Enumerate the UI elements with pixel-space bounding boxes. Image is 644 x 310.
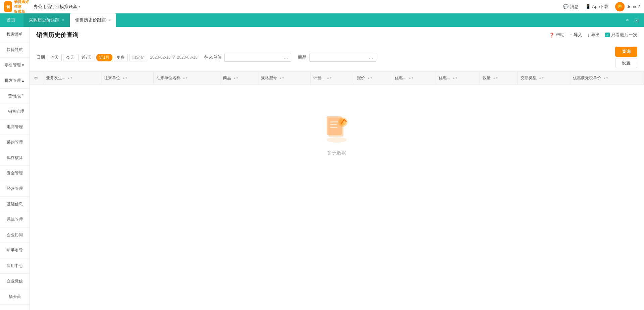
- sidebar-item-operations[interactable]: 经营管理: [0, 181, 29, 197]
- date-btn-last1m[interactable]: 近1月: [96, 54, 113, 61]
- th-quoted-price[interactable]: 报价 ▲▼: [354, 72, 392, 85]
- only-last-checkbox[interactable]: ✓: [605, 33, 610, 37]
- product-dots-btn[interactable]: ...: [369, 54, 373, 60]
- sidebar-label: 零售管理: [5, 62, 21, 68]
- partner-filter-label: 往来单位: [204, 54, 222, 60]
- th-discount1[interactable]: 优惠... ▲▼: [392, 72, 436, 85]
- sidebar-item-quick-nav[interactable]: 快捷导航: [0, 42, 29, 58]
- date-btn-more[interactable]: 更多: [114, 54, 128, 61]
- th-biz-date[interactable]: 业务发生... ▲▼: [43, 72, 101, 85]
- sidebar-item-wholesale-mgmt[interactable]: 批发管理 ▲: [0, 73, 29, 89]
- sidebar-label: 采购管理: [7, 140, 23, 145]
- sidebar: 搜索菜单 快捷导航 零售管理 ▼ 批发管理 ▲ 营销推广 销售管理 电商管理 采…: [0, 27, 30, 310]
- import-btn[interactable]: ↑ 导入: [570, 32, 582, 38]
- tab-home[interactable]: 首页: [0, 13, 22, 27]
- sort-icon: ▲▼: [279, 77, 284, 80]
- date-btn-custom[interactable]: 自定义: [129, 54, 147, 61]
- date-filter-label: 日期: [36, 54, 45, 60]
- tab-close-sales[interactable]: ×: [108, 18, 111, 22]
- tab-bar-actions: × ⊡: [625, 16, 644, 25]
- filter-action-buttons: 查询 设置: [615, 47, 637, 68]
- tab-sales-history[interactable]: 销售历史价跟踪 ×: [70, 13, 116, 27]
- sidebar-item-system-settings[interactable]: 系统管理: [0, 212, 29, 227]
- close-window-btn[interactable]: ×: [625, 16, 630, 24]
- th-spec[interactable]: 规格型号 ▲▼: [258, 72, 310, 85]
- date-btn-today[interactable]: 今天: [63, 54, 77, 61]
- tab-bar: 首页 采购历史价跟踪 × 销售历史价跟踪 × × ⊡: [0, 13, 644, 27]
- only-last-checkbox-label[interactable]: ✓ 只看最后一次: [605, 32, 637, 38]
- th-unit[interactable]: 计量... ▲▼: [310, 72, 354, 85]
- sidebar-label: 营销推广: [8, 93, 24, 99]
- sidebar-label: 销售管理: [8, 109, 24, 114]
- sidebar-item-inventory[interactable]: 库存核算: [0, 150, 29, 166]
- sidebar-item-capital-mgmt[interactable]: 资金管理: [0, 166, 29, 181]
- sidebar-item-enterprise-collab[interactable]: 企业协同: [0, 227, 29, 243]
- sidebar-item-marketing[interactable]: 营销推广: [0, 89, 29, 104]
- help-icon: ❓: [549, 33, 554, 38]
- page-title: 销售历史价查询: [36, 31, 78, 39]
- date-filter-group: 日期 昨天 今天 近7天 近1月 更多 自定义 2023-02-18 至 202…: [36, 54, 198, 61]
- top-bar: 畅 畅捷通好生意 标准版 办公用品行业模拟账套 ▾ 💬 消息 📱 App下载 😊…: [0, 0, 644, 13]
- product-input[interactable]: [312, 55, 369, 60]
- sidebar-label: 快捷导航: [7, 47, 23, 53]
- sort-icon: ▲▼: [233, 77, 238, 80]
- sort-icon: ▲▼: [603, 77, 608, 80]
- export-btn[interactable]: ↓ 导出: [588, 32, 600, 38]
- sidebar-item-enterprise-wechat[interactable]: 企业微信: [0, 274, 29, 289]
- sidebar-item-retail-mgmt[interactable]: 零售管理 ▼: [0, 58, 29, 73]
- date-btn-last7[interactable]: 近7天: [78, 54, 95, 61]
- restore-window-btn[interactable]: ⊡: [633, 16, 640, 25]
- user-menu[interactable]: 😊 demo2: [615, 2, 640, 11]
- message-icon: 💬: [563, 4, 569, 9]
- table-container: ⚙ 业务发生... ▲▼ 往来单位 ▲▼ 往来单位名称 ▲▼: [30, 72, 644, 310]
- partner-input[interactable]: [227, 55, 284, 60]
- sidebar-item-search-menu[interactable]: 搜索菜单: [0, 27, 29, 42]
- table-header-row: ⚙ 业务发生... ▲▼ 往来单位 ▲▼ 往来单位名称 ▲▼: [30, 72, 644, 85]
- partner-dots-btn[interactable]: ...: [284, 54, 288, 60]
- sort-icon: ▲▼: [122, 77, 128, 80]
- sidebar-item-ecommerce[interactable]: 电商管理: [0, 119, 29, 135]
- account-selector[interactable]: 办公用品行业模拟账套 ▾: [31, 2, 83, 11]
- query-btn[interactable]: 查询: [615, 47, 637, 57]
- sidebar-item-app-center[interactable]: 应用中心: [0, 258, 29, 274]
- chevron-up-icon: ▲: [21, 79, 25, 83]
- th-partner-code[interactable]: 往来单位 ▲▼: [101, 72, 154, 85]
- sidebar-label: 库存核算: [7, 155, 23, 161]
- filter-row: 日期 昨天 今天 近7天 近1月 更多 自定义 2023-02-18 至 202…: [30, 43, 644, 72]
- download-icon: 📱: [585, 4, 591, 9]
- sidebar-item-member[interactable]: 畅会员: [0, 289, 29, 305]
- sidebar-item-basic-info[interactable]: 基础信息: [0, 197, 29, 212]
- th-quantity[interactable]: 数量 ▲▼: [480, 72, 518, 85]
- help-btn[interactable]: ❓ 帮助: [549, 32, 565, 38]
- product-filter-group: 商品 ...: [298, 53, 376, 62]
- logo-icon: 畅: [4, 1, 12, 12]
- sidebar-item-purchase-mgmt[interactable]: 采购管理: [0, 135, 29, 150]
- sort-icon: ▲▼: [327, 77, 332, 80]
- th-pre-tax-price[interactable]: 优惠前无税单价 ▲▼: [570, 72, 644, 85]
- th-discount2[interactable]: 优惠... ▲▼: [436, 72, 480, 85]
- sort-icon: ▲▼: [409, 77, 414, 80]
- page-header: 销售历史价查询 ❓ 帮助 ↑ 导入 ↓ 导出 ✓: [30, 27, 644, 43]
- date-btn-yesterday[interactable]: 昨天: [48, 54, 62, 61]
- th-settings[interactable]: ⚙: [30, 72, 43, 85]
- empty-state: 暂无数据: [30, 85, 644, 183]
- svg-text:畅: 畅: [6, 5, 10, 9]
- sort-icon: ▲▼: [539, 77, 544, 80]
- messages-btn[interactable]: 💬 消息: [563, 4, 579, 10]
- sort-icon: ▲▼: [182, 77, 188, 80]
- sidebar-item-newbie-guide[interactable]: 新手引导: [0, 243, 29, 258]
- sidebar-label: 基础信息: [7, 201, 23, 207]
- sort-icon: ▲▼: [452, 77, 458, 80]
- sidebar-label: 资金管理: [7, 170, 23, 176]
- th-trade-type[interactable]: 交易类型 ▲▼: [518, 72, 570, 85]
- tab-purchase-history[interactable]: 采购历史价跟踪 ×: [23, 13, 70, 27]
- account-name: 办公用品行业模拟账套: [34, 4, 77, 10]
- th-partner-name[interactable]: 往来单位名称 ▲▼: [154, 72, 220, 85]
- settings-btn[interactable]: 设置: [615, 58, 637, 68]
- page-title-row: 销售历史价查询 ❓ 帮助 ↑ 导入 ↓ 导出 ✓: [36, 31, 637, 39]
- app-download-btn[interactable]: 📱 App下载: [585, 4, 608, 10]
- sidebar-item-sales-mgmt[interactable]: 销售管理: [0, 104, 29, 119]
- tab-close-purchase[interactable]: ×: [62, 18, 64, 22]
- sidebar-label: 新手引导: [7, 248, 23, 253]
- th-product[interactable]: 商品 ▲▼: [220, 72, 258, 85]
